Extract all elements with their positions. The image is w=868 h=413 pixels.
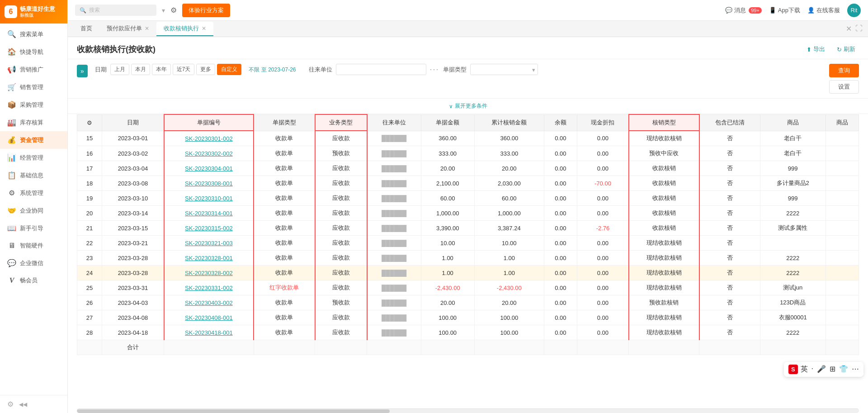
table-row[interactable]: 252023-03-31SK-20230331-002红字收款单应收款█████… <box>77 280 859 295</box>
tab-receipt-cancel-close[interactable]: ✕ <box>202 25 206 32</box>
sidebar-item-wechat[interactable]: 💬 企业微信 <box>0 254 67 272</box>
watermark-grid-icon: ⊞ <box>830 365 835 374</box>
main-area: 🔍 搜索 ▾ ⚙ 体验行业方案 💬 消息 99+ 📱 App下载 👤 在线客服 … <box>68 0 868 413</box>
topbar-dropdown-icon[interactable]: ▾ <box>162 7 165 14</box>
sidebar-item-marketing[interactable]: 📢 营销推广 <box>0 61 67 78</box>
system-icon: ⚙ <box>7 189 16 197</box>
col-biz-type: 业务类型 <box>315 114 367 131</box>
watermark-more-icon: ⋯ <box>852 365 859 374</box>
tab-expand-icon[interactable]: ⛶ <box>855 24 863 33</box>
table-row[interactable]: 222023-03-21SK-20230321-003收款单应收款██████1… <box>77 236 859 251</box>
marketing-icon: 📢 <box>7 65 16 74</box>
basic-icon: 📋 <box>7 171 16 180</box>
partner-more-btn[interactable]: ··· <box>430 65 439 74</box>
inventory-icon: 🏭 <box>7 118 16 127</box>
col-date: 日期 <box>102 114 164 131</box>
tab-prepay-close[interactable]: ✕ <box>145 25 149 32</box>
table-scrollbar[interactable] <box>77 408 859 413</box>
table-row[interactable]: 202023-03-14SK-20230314-001收款单应收款██████1… <box>77 206 859 221</box>
table-row[interactable]: 262023-04-03SK-20230403-002收款单预收款██████2… <box>77 295 859 310</box>
sidebar-item-quick-nav[interactable]: 🏠 快捷导航 <box>0 43 67 61</box>
service-icon: 👤 <box>807 7 815 14</box>
sidebar-settings-icon[interactable]: ⚙ <box>7 400 14 408</box>
topbar-search[interactable]: 🔍 搜索 <box>75 5 156 16</box>
date-btn-this-year[interactable]: 本年 <box>152 64 171 75</box>
table-row[interactable]: 182023-03-08SK-20230308-001收款单应收款██████2… <box>77 176 859 191</box>
sidebar-menu: 🔍 搜索菜单 🏠 快捷导航 📢 营销推广 🛒 销售管理 📦 采购管理 🏭 库存核… <box>0 24 67 395</box>
table-row[interactable]: 212023-03-15SK-20230315-002收款单应收款██████3… <box>77 221 859 236</box>
sidebar-item-search[interactable]: 🔍 搜索菜单 <box>0 25 67 43</box>
watermark-text-icon: 英 <box>801 365 808 374</box>
table-row[interactable]: 232023-03-28SK-20230328-001收款单应收款██████1… <box>77 251 859 266</box>
message-icon: 💬 <box>725 7 732 14</box>
table-row[interactable]: 172023-03-04SK-20230304-001收款单应收款██████2… <box>77 161 859 176</box>
sidebar-item-operation[interactable]: 📊 经营管理 <box>0 149 67 166</box>
sidebar-item-sales[interactable]: 🛒 销售管理 <box>0 78 67 96</box>
refresh-btn[interactable]: ↻ 刷新 <box>833 43 859 55</box>
chevron-down-icon: ∨ <box>449 103 453 109</box>
table-scrollbar-thumb[interactable] <box>77 409 390 413</box>
partner-input[interactable] <box>336 64 426 75</box>
query-btn[interactable]: 查询 <box>829 64 859 77</box>
topbar-gear-icon[interactable]: ⚙ <box>170 6 177 14</box>
sidebar-item-inventory[interactable]: 🏭 库存核算 <box>0 114 67 131</box>
table-row[interactable]: 242023-03-28SK-20230328-002收款单应收款██████1… <box>77 266 859 280</box>
page-title: 收款核销执行(按收款) <box>77 44 156 55</box>
tab-home[interactable]: 首页 <box>73 22 99 36</box>
date-filter-label: 日期 <box>95 66 107 74</box>
date-range-display: 不限 至 2023-07-26 <box>249 66 296 74</box>
finance-icon: 💰 <box>7 136 16 144</box>
expand-more-btn[interactable]: ∨ 展开更多条件 <box>77 100 859 111</box>
tab-prepay[interactable]: 预付款应付单 ✕ <box>99 22 156 36</box>
solution-btn[interactable]: 体验行业方案 <box>182 4 230 17</box>
col-setting[interactable]: ⚙ <box>77 114 102 131</box>
app-version: 标推版 <box>20 13 55 18</box>
watermark-mic-icon: 🎤 <box>817 365 826 374</box>
tab-receipt-cancel[interactable]: 收款核销执行 ✕ <box>156 22 213 36</box>
date-btn-more[interactable]: 更多 <box>196 64 215 75</box>
sidebar-item-guide[interactable]: 📖 新手引导 <box>0 219 67 237</box>
sidebar-item-hardware[interactable]: 🖥 智能硬件 <box>0 237 67 254</box>
col-partner: 往来单位 <box>367 114 421 131</box>
table-row[interactable]: 282023-04-18SK-20230418-001收款单应收款██████1… <box>77 325 859 340</box>
tab-close-all-icon[interactable]: ✕ <box>846 24 852 33</box>
col-doc-type: 单据类型 <box>254 114 315 131</box>
topbar-message[interactable]: 💬 消息 99+ <box>725 6 762 14</box>
sidebar-item-purchase[interactable]: 📦 采购管理 <box>0 96 67 114</box>
sidebar-item-member[interactable]: V 畅会员 <box>0 272 67 289</box>
topbar-online-service[interactable]: 👤 在线客服 <box>807 6 840 14</box>
watermark-logo: S <box>788 365 798 374</box>
sidebar-collapse-icon[interactable]: ◀◀ <box>19 401 27 408</box>
sidebar-item-collab[interactable]: 🤝 企业协同 <box>0 202 67 219</box>
table-row[interactable]: 152023-03-01SK-20230301-002收款单应收款██████3… <box>77 131 859 146</box>
user-avatar[interactable]: Rit <box>847 4 861 17</box>
date-btn-custom[interactable]: 自定义 <box>217 64 241 75</box>
sales-icon: 🛒 <box>7 83 16 91</box>
export-btn[interactable]: ⬆ 导出 <box>803 43 829 55</box>
mobile-icon: 📱 <box>769 7 776 14</box>
sidebar: 6 畅康道好生意 标推版 🔍 搜索菜单 🏠 快捷导航 📢 营销推广 🛒 销售管理… <box>0 0 68 413</box>
filter-expand-btn[interactable]: » <box>77 65 88 77</box>
sidebar-item-basic[interactable]: 📋 基础信息 <box>0 166 67 184</box>
col-include-settled: 包含已结清 <box>699 114 760 131</box>
topbar-app-download[interactable]: 📱 App下载 <box>769 6 800 14</box>
table-row[interactable]: 272023-04-08SK-20230408-001收款单应收款██████1… <box>77 310 859 325</box>
table-row[interactable]: 162023-03-02SK-20230302-002收款单预收款██████3… <box>77 146 859 161</box>
watermark-shirt-icon: 👕 <box>839 365 848 374</box>
sidebar-logo: 6 畅康道好生意 标推版 <box>0 0 67 24</box>
sidebar-item-system[interactable]: ⚙ 系统管理 <box>0 184 67 202</box>
table-setting-icon[interactable]: ⚙ <box>87 119 92 126</box>
app-logo-icon: 6 <box>5 5 17 18</box>
col-goods: 商品 <box>760 114 826 131</box>
wechat-icon: 💬 <box>7 259 16 267</box>
col-cash-discount: 现金折扣 <box>577 114 629 131</box>
doc-type-select[interactable] <box>470 64 538 75</box>
date-btn-7days[interactable]: 近7天 <box>173 64 195 75</box>
table-row[interactable]: 192023-03-10SK-20230310-001收款单应收款██████6… <box>77 191 859 206</box>
settings-btn[interactable]: 设置 <box>829 80 859 94</box>
col-cancel-type: 核销类型 <box>629 114 699 131</box>
table-wrapper: ⚙ 日期 单据编号 单据类型 业务类型 往来单位 单据金额 累计核销金额 余额 … <box>77 114 859 355</box>
date-btn-this-month[interactable]: 本月 <box>131 64 150 75</box>
sidebar-item-finance[interactable]: 💰 资金管理 <box>0 131 67 149</box>
date-btn-last-month[interactable]: 上月 <box>110 64 129 75</box>
